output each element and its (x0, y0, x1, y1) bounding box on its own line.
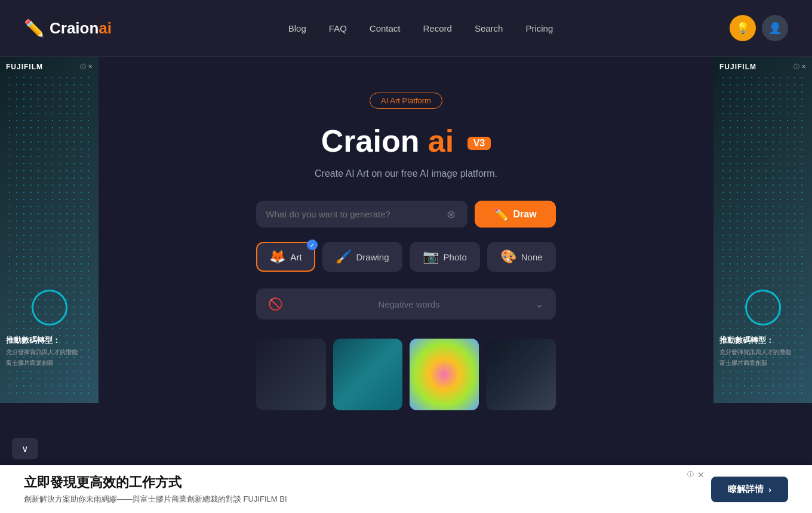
style-art-label: Art (290, 252, 302, 262)
navbar: ✏️ Craionai Blog FAQ Contact Record Sear… (0, 0, 812, 57)
main-content: FUJIFILM ⓘ ✕ 推動數碼轉型： 充分發揮資訊與人才的潛能 富士膠片商業… (0, 57, 812, 453)
nav-pricing[interactable]: Pricing (517, 19, 561, 38)
ad-banner-left: FUJIFILM ⓘ ✕ 推動數碼轉型： 充分發揮資訊與人才的潛能 富士膠片商業… (0, 57, 99, 403)
bottom-ad-title: 立即發現更高效的工作方式 (24, 474, 287, 492)
bottom-ad-subtitle: 創新解決方案助你未雨綢繆——與富士膠片商業創新總裁的對談 FUJIFILM BI (24, 494, 287, 505)
search-input[interactable] (266, 201, 444, 228)
image-card-4[interactable] (486, 339, 555, 410)
logo-icon: ✏️ (24, 19, 45, 38)
nav-icons: 💡 👤 (730, 15, 788, 41)
none-icon: 🎨 (500, 249, 516, 265)
style-options: 🦊 Art ✓ 🖌️ Drawing 📷 Photo 🎨 None (256, 242, 555, 272)
platform-badge: AI Art Platform (370, 93, 442, 109)
style-drawing-label: Drawing (356, 252, 389, 262)
ad-right-text: 推動數碼轉型： 充分發揮資訊與人才的潛能 富士膠片商業創新 (719, 336, 806, 367)
image-card-1[interactable] (256, 339, 325, 410)
pencil-icon: ✏️ (494, 207, 509, 222)
drawing-icon: 🖌️ (336, 249, 352, 265)
theme-toggle-button[interactable]: 💡 (730, 15, 756, 41)
logo[interactable]: ✏️ Craionai (24, 19, 112, 38)
art-icon: 🦊 (269, 249, 285, 265)
ad-right-brand: FUJIFILM (719, 63, 756, 71)
hero-title: Craion ai V3 (256, 123, 555, 159)
negative-words-row[interactable]: 🚫 Negative words ⌄ (256, 288, 555, 320)
bottom-ad-info: ⓘ ✕ (687, 470, 705, 480)
nav-blog[interactable]: Blog (280, 19, 315, 38)
nav-links: Blog FAQ Contact Record Search Pricing (280, 19, 562, 38)
ad-left-brand: FUJIFILM (6, 63, 43, 71)
hero-subtitle: Create AI Art on our free AI image platf… (256, 168, 555, 179)
draw-button[interactable]: ✏️ Draw (475, 201, 556, 228)
style-drawing[interactable]: 🖌️ Drawing (322, 242, 402, 272)
bottom-ad-cta-button[interactable]: 瞭解詳情 › (711, 477, 788, 502)
bottom-ad-banner: ⓘ ✕ 立即發現更高效的工作方式 創新解決方案助你未雨綢繆——與富士膠片商業創新… (0, 465, 812, 513)
style-photo[interactable]: 📷 Photo (410, 242, 480, 272)
eye-slash-icon: 🚫 (268, 297, 283, 311)
hero-section: AI Art Platform Craion ai V3 Create AI A… (256, 93, 555, 410)
style-art[interactable]: 🦊 Art ✓ (256, 242, 315, 272)
arrow-icon: › (768, 484, 771, 494)
art-check-badge: ✓ (307, 239, 318, 250)
search-row: ⊗ ✏️ Draw (256, 201, 555, 228)
ad-left-text: 推動數碼轉型： 充分發揮資訊與人才的潛能 富士膠片商業創新 (6, 336, 93, 367)
style-none[interactable]: 🎨 None (487, 242, 556, 272)
scroll-down-button[interactable]: ∨ (12, 438, 38, 459)
negative-words-label: Negative words (289, 299, 528, 309)
image-card-3[interactable] (410, 339, 479, 410)
negative-expand-button[interactable]: ⌄ (535, 297, 544, 311)
nav-contact[interactable]: Contact (361, 19, 409, 38)
bottom-ad-close-button[interactable]: ✕ (697, 470, 705, 480)
nav-record[interactable]: Record (415, 19, 460, 38)
photo-icon: 📷 (423, 249, 439, 265)
bottom-ad-left: 立即發現更高效的工作方式 創新解決方案助你未雨綢繆——與富士膠片商業創新總裁的對… (24, 474, 287, 505)
ad-banner-right: FUJIFILM ⓘ ✕ 推動數碼轉型： 充分發揮資訊與人才的潛能 富士膠片商業… (713, 57, 812, 403)
clear-input-button[interactable]: ⊗ (444, 205, 458, 223)
nav-faq[interactable]: FAQ (321, 19, 355, 38)
image-card-2[interactable] (333, 339, 402, 410)
logo-text: Craionai (50, 19, 112, 38)
user-account-button[interactable]: 👤 (762, 15, 788, 41)
ad-right-circle (745, 290, 781, 325)
search-input-wrap: ⊗ (256, 201, 467, 228)
style-photo-label: Photo (444, 252, 467, 262)
version-badge: V3 (467, 137, 491, 150)
style-none-label: None (521, 252, 543, 262)
nav-search[interactable]: Search (466, 19, 512, 38)
ad-left-circle (32, 290, 67, 325)
image-grid (256, 339, 555, 410)
